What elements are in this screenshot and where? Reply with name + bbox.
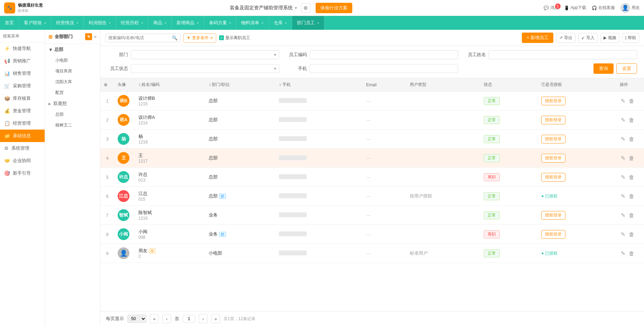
auth-login-btn[interactable]: 授权登录 <box>541 230 565 239</box>
filter-status-select[interactable]: ▾ <box>131 64 279 73</box>
edit-btn[interactable]: ✎ <box>621 193 625 199</box>
next-page-btn[interactable]: › <box>199 314 208 323</box>
nav-tab-history[interactable]: 经营历程× <box>116 16 148 30</box>
help-btn[interactable]: | 帮助 <box>622 33 639 43</box>
delete-btn[interactable]: 🗑 <box>629 155 634 161</box>
nav-tab-new-goods[interactable]: 新增商品× <box>172 16 204 30</box>
dept-collapse-btn[interactable]: « <box>94 34 97 39</box>
nav-tab-home[interactable]: 首页 <box>0 16 19 30</box>
prev-page-btn[interactable]: ‹ <box>162 314 171 323</box>
first-page-btn[interactable]: « <box>150 314 159 323</box>
dept-item-small-elec[interactable]: 小电部 <box>45 55 100 66</box>
auth-login-btn[interactable]: 授权登录 <box>541 116 565 124</box>
sidebar-item-inventory[interactable]: 📦 库存核算 <box>0 92 45 105</box>
sidebar-item-collab[interactable]: 🤝 企业协同 <box>0 155 45 167</box>
current-page-input[interactable] <box>183 315 195 323</box>
nav-tab-bom[interactable]: 物料清单× <box>236 16 269 30</box>
filter-dept-select[interactable]: ▾ <box>131 50 279 59</box>
col-name[interactable]: ↕ 姓名/编码 <box>135 78 205 91</box>
dept-item-distribution[interactable]: 配货 <box>45 87 100 98</box>
nav-tab-goods[interactable]: 商品× <box>148 16 172 30</box>
sidebar-item-sales[interactable]: 📊 销售管理 <box>0 67 45 80</box>
cell-phone <box>275 168 363 187</box>
view-btn[interactable]: ▶ 视频 <box>600 33 619 43</box>
edit-btn[interactable]: ✎ <box>621 117 625 123</box>
dept-item-shenyang[interactable]: 沈阳大库 <box>45 77 100 87</box>
delete-btn[interactable]: 🗑 <box>629 231 634 237</box>
nav-tab-customer[interactable]: 客户联络× <box>19 16 51 30</box>
query-btn[interactable]: 查询 <box>593 63 614 74</box>
edit-btn[interactable]: ✎ <box>621 231 625 237</box>
auth-login-btn[interactable]: 授权登录 <box>541 154 565 162</box>
show-resigned-checkbox[interactable]: ✓ <box>219 35 224 40</box>
export-btn[interactable]: ↗ 导出 <box>556 33 575 43</box>
sidebar-item-guide[interactable]: 🎯 新手引导 <box>0 167 45 179</box>
online-service-btn[interactable]: 🎧 在线客服 <box>592 5 615 11</box>
filter-more-btn[interactable]: ▼ 更多条件 ∧ <box>183 33 216 43</box>
dept-group-headquarters[interactable]: ▼ 总部 <box>45 44 100 55</box>
dept-item-hq[interactable]: 总部 <box>45 109 100 120</box>
show-resigned-toggle[interactable]: ✓ 显示离职员工 <box>219 35 250 41</box>
sidebar-item-system[interactable]: ⚙ 系统管理 <box>0 142 45 155</box>
nav-tab-warehouse[interactable]: 仓库× <box>269 16 292 30</box>
sidebar-item-fastguide[interactable]: ⚡ 快捷导航 <box>0 42 45 55</box>
dept-all-label[interactable]: 全部部门 <box>55 34 73 40</box>
filter-empcode-input[interactable] <box>310 50 458 59</box>
delete-btn[interactable]: 🗑 <box>629 250 634 256</box>
dept-item-project-room[interactable]: 项目库房 <box>45 66 100 77</box>
edit-btn[interactable]: ✎ <box>621 174 625 180</box>
nav-tab-employees[interactable]: 部门员工× <box>292 16 324 30</box>
dept-item-doublelujia[interactable]: ▶ 双鹿想 <box>45 98 100 109</box>
table-row: 4 王 王 1217 总部 — 正常 授权登录 ✎ 🗑 <box>100 149 644 168</box>
nav-tab-operation[interactable]: 经营情况× <box>51 16 83 30</box>
auth-login-btn[interactable]: 授权登录 <box>541 135 565 143</box>
col-phone[interactable]: ↕ 手机 <box>275 78 363 91</box>
edit-btn[interactable]: ✎ <box>621 250 625 256</box>
auth-login-btn[interactable]: 授权登录 <box>541 97 565 105</box>
app-download-btn[interactable]: 📱 App下载 <box>564 5 586 11</box>
cell-op: ✎ 🗑 <box>616 244 644 263</box>
edit-btn[interactable]: ✎ <box>621 136 625 142</box>
sidebar-item-operation[interactable]: 📋 经营管理 <box>0 117 45 130</box>
delete-btn[interactable]: 🗑 <box>629 117 634 123</box>
settings-gear[interactable]: ⚙ <box>301 3 311 13</box>
import-btn[interactable]: ↙ 导入 <box>578 33 598 43</box>
auth-login-btn[interactable]: 授权登录 <box>541 211 565 220</box>
edit-btn[interactable]: ✎ <box>621 98 625 104</box>
cell-phone <box>275 244 363 263</box>
edit-btn[interactable]: ✎ <box>621 212 625 218</box>
delete-btn[interactable]: 🗑 <box>629 136 634 142</box>
filter-phone-input[interactable] <box>310 64 458 73</box>
cell-avatar: 班B <box>114 91 135 111</box>
sidebar-item-purchase[interactable]: 🛒 采购管理 <box>0 80 45 92</box>
title-dropdown[interactable]: ▾ <box>295 6 297 10</box>
dept-item-planting-king[interactable]: 植树王二 <box>45 120 100 131</box>
trial-button[interactable]: 体验行业方案 <box>316 3 352 13</box>
top-right-area: 💬 消息 5 📱 App下载 🎧 在线客服 👤 用友 <box>536 3 640 13</box>
dept-edit-btn[interactable]: ✎ <box>85 33 92 40</box>
col-dept[interactable]: ↕ 部门/职位 <box>205 78 275 91</box>
delete-btn[interactable]: 🗑 <box>629 174 634 180</box>
sidebar-item-marketing[interactable]: 📢 营销推广 <box>0 55 45 67</box>
sidebar-item-basic[interactable]: 📁 基础信息 <box>0 130 45 142</box>
nav-tab-profit[interactable]: 利润报告× <box>84 16 116 30</box>
filter-empname-input[interactable] <box>489 50 637 59</box>
last-page-btn[interactable]: » <box>211 314 220 323</box>
add-employee-btn[interactable]: + 新增员工 <box>522 33 553 43</box>
reset-btn[interactable]: 设置 <box>616 63 637 74</box>
per-page-select[interactable]: 50 20 100 <box>127 315 146 323</box>
user-avatar[interactable]: 👤 用友 <box>620 3 640 13</box>
sidebar-search-input[interactable] <box>3 34 45 38</box>
search-input[interactable] <box>108 35 171 40</box>
col-settings[interactable]: ⚙ <box>100 78 114 91</box>
message-btn[interactable]: 💬 消息 5 <box>544 5 559 11</box>
delete-btn[interactable]: 🗑 <box>629 193 634 199</box>
delete-btn[interactable]: 🗑 <box>629 98 634 104</box>
cell-usertype <box>406 206 480 225</box>
auth-login-btn[interactable]: 授权登录 <box>541 173 565 182</box>
edit-btn[interactable]: ✎ <box>621 155 625 161</box>
nav-tab-barcode[interactable]: 条码方案× <box>204 16 236 30</box>
logo-area: 🐾 畅捷通好生意 标准版 <box>4 2 46 14</box>
sidebar-item-finance[interactable]: 💰 资金管理 <box>0 105 45 117</box>
delete-btn[interactable]: 🗑 <box>629 212 634 218</box>
